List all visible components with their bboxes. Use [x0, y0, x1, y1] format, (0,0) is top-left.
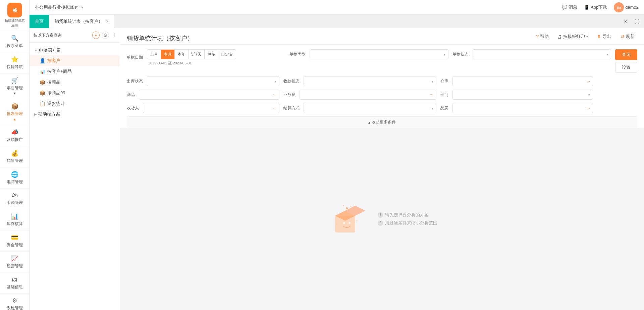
tree-item-return-stats-label: 退货统计	[47, 101, 65, 107]
svg-text:畅: 畅	[12, 8, 17, 13]
main-area: 办公用品行业模拟账套 ▾ 💬 消息 📱 App下载 Ea demo2 首页	[30, 0, 644, 310]
tree-item-goods99-label: 按商品99	[47, 90, 65, 96]
print-icon: 🖨	[557, 34, 562, 39]
help-button[interactable]: ? 帮助	[533, 32, 551, 41]
settings-scheme-button[interactable]: ⚙	[102, 32, 109, 39]
query-button[interactable]: 查询	[615, 49, 637, 60]
sidebar-item-ecommerce[interactable]: 🌐 电商管理	[0, 167, 29, 189]
sidebar-item-inventory[interactable]: 📊 库存核算	[0, 209, 29, 230]
sidebar-item-basic[interactable]: 🗂 基础信息	[0, 273, 29, 294]
header-left: 办公用品行业模拟账套 ▾	[35, 4, 83, 10]
goods-dots[interactable]: ···	[273, 92, 276, 97]
tab-restore-button[interactable]: ×	[621, 17, 630, 26]
collapse-panel-button[interactable]: 《	[111, 32, 116, 38]
sidebar-item-marketing[interactable]: 📣 营销推广	[0, 125, 29, 146]
settlement-select[interactable]: ▾	[304, 103, 436, 113]
breadcrumb: 办公用品行业模拟账套	[35, 4, 78, 10]
tree-group-mobile-header[interactable]: ▶ 移动端方案	[30, 109, 120, 119]
goods-select[interactable]: ···	[139, 90, 279, 100]
sidebar-item-search[interactable]: 🔍 搜索菜单	[0, 31, 29, 52]
export-button[interactable]: ⬆ 导出	[594, 32, 614, 41]
tree-group-desktop-header[interactable]: ▼ 电脑端方案	[30, 45, 120, 55]
export-label: 导出	[602, 34, 611, 40]
add-scheme-button[interactable]: +	[92, 32, 100, 39]
settings-button[interactable]: 设置	[615, 62, 637, 73]
warehouse-select[interactable]: ···	[452, 76, 593, 86]
svg-point-9	[356, 220, 358, 221]
print-button[interactable]: 🖨 按模板打印 ▾	[555, 32, 590, 41]
user-profile[interactable]: Ea demo2	[614, 2, 639, 12]
brand-dots[interactable]: ···	[587, 106, 590, 110]
sidebar-item-system[interactable]: ⚙ 系统管理	[0, 294, 29, 310]
sidebar-item-finance[interactable]: 💳 资金管理	[0, 230, 29, 252]
refresh-label: 刷新	[626, 34, 635, 40]
tree-item-return-stats[interactable]: 📋 退货统计	[30, 98, 120, 109]
collapse-filters-button[interactable]: ▴ 收起更多条件	[127, 116, 637, 128]
salesperson-dots[interactable]: ···	[430, 92, 433, 97]
tree-item-customer-icon: 👤	[40, 58, 45, 63]
date-btn-this-month[interactable]: 本月	[161, 49, 175, 59]
breadcrumb-dropdown[interactable]: ▾	[81, 5, 83, 10]
recipient-dots[interactable]: ···	[273, 106, 276, 110]
left-panel: 按以下方案查询 + ⚙ 《 ▼ 电脑端方案 👤 按客户	[30, 28, 120, 310]
message-button[interactable]: 💬 消息	[562, 4, 577, 10]
sidebar-item-basic-label: 基础信息	[7, 284, 23, 290]
warehouse-dots[interactable]: ···	[587, 79, 590, 84]
date-group: 上月 本月 本年 近7天 更多 自定义	[147, 49, 236, 59]
tree-item-goods[interactable]: 📦 按商品	[30, 77, 120, 88]
brand-select[interactable]: ···	[452, 103, 593, 113]
finance-icon: 💳	[11, 234, 18, 241]
order-status-select[interactable]: ▾	[473, 49, 611, 59]
sidebar-item-sales[interactable]: 💰 销售管理	[0, 146, 29, 167]
tip-text-2: 用过滤条件来缩小分析范围	[385, 220, 437, 226]
retail-expand-icon: ▾	[14, 91, 16, 96]
date-btn-more[interactable]: 更多	[205, 49, 218, 59]
date-btn-this-year[interactable]: 本年	[175, 49, 189, 59]
recipient-select[interactable]: ···	[143, 103, 279, 113]
date-btn-7days[interactable]: 近7天	[189, 49, 205, 59]
tree-group-desktop-label: 电脑端方案	[39, 47, 61, 53]
tree-group-mobile: ▶ 移动端方案	[30, 109, 120, 119]
tab-home-label: 首页	[35, 18, 44, 24]
page-header: 销货单统计表（按客户） ? 帮助 🖨 按模板打印 ▾ ⬆ 导出	[120, 28, 644, 45]
date-btn-last-month[interactable]: 上月	[147, 49, 161, 59]
salesperson-select[interactable]: ···	[300, 90, 436, 100]
department-select[interactable]: ▾	[452, 90, 593, 100]
receipt-status-label: 收款状态	[283, 79, 300, 84]
receipt-status-select[interactable]: ▾	[304, 76, 436, 86]
tab-fullscreen-button[interactable]: ⛶	[633, 17, 641, 26]
tree-item-goods99[interactable]: 📦 按商品99	[30, 88, 120, 98]
tab-close-icon[interactable]: ×	[106, 19, 108, 24]
inventory-icon: 📊	[11, 213, 18, 220]
tree-item-customer-goods[interactable]: 📊 按客户+商品	[30, 66, 120, 77]
svg-point-6	[343, 205, 344, 206]
refresh-button[interactable]: ↺ 刷新	[618, 32, 637, 41]
out-status-select[interactable]: ▾	[147, 76, 279, 86]
app-subtext: 标版	[11, 23, 18, 28]
app-download-label: App下载	[591, 4, 607, 10]
tab-sales-stats[interactable]: 销货单统计表（按客户） ×	[49, 15, 114, 28]
sidebar-item-shortcut[interactable]: ⭐ 快捷导航	[0, 52, 29, 73]
search-icon: 🔍	[11, 35, 18, 42]
date-btn-custom[interactable]: 自定义	[218, 49, 236, 59]
header-right: 💬 消息 📱 App下载 Ea demo2	[562, 2, 639, 12]
sidebar: 畅 畅捷通好生意 标版 🔍 搜索菜单 ⭐ 快捷导航 🛒 零售管理 ▾ 📦 批发管…	[0, 0, 30, 310]
sidebar-item-purchase[interactable]: 🛍 采购管理	[0, 189, 29, 209]
sidebar-item-inventory-label: 库存核算	[7, 221, 23, 227]
print-label: 按模板打印	[563, 34, 585, 40]
sidebar-item-purchase-label: 采购管理	[7, 200, 23, 206]
sidebar-item-operations[interactable]: 📈 经营管理	[0, 252, 29, 273]
tab-home[interactable]: 首页	[30, 15, 49, 28]
tip-num-1: 1	[378, 212, 383, 218]
empty-illustration	[327, 202, 367, 236]
tree-item-customer[interactable]: 👤 按客户	[30, 55, 120, 66]
retail-icon: 🛒	[11, 77, 18, 84]
top-header: 办公用品行业模拟账套 ▾ 💬 消息 📱 App下载 Ea demo2	[30, 0, 644, 15]
app-download-button[interactable]: 📱 App下载	[584, 4, 607, 10]
order-type-select[interactable]: ▾	[310, 49, 448, 59]
ecommerce-icon: 🌐	[11, 171, 18, 178]
sidebar-item-retail[interactable]: 🛒 零售管理 ▾	[0, 73, 29, 99]
tree-item-goods-icon: 📦	[40, 80, 45, 85]
svg-point-5	[346, 207, 348, 209]
sidebar-item-wholesale[interactable]: 📦 批发管理 ▴	[0, 99, 29, 125]
